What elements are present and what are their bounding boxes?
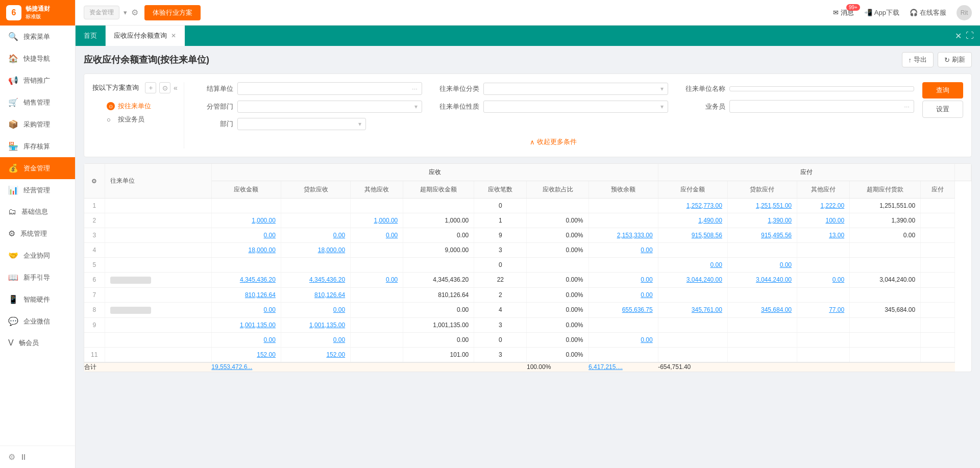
cell-ap_amount[interactable]: 1,490.00 bbox=[658, 213, 727, 228]
cell-link-ap_loan[interactable]: 3,044,240.00 bbox=[756, 276, 792, 283]
cell-ar_prepay[interactable]: 0.00 bbox=[589, 287, 658, 302]
cell-ar_amount[interactable]: 4,345,436.20 bbox=[211, 273, 281, 288]
refresh-button[interactable]: ↻ 刷新 bbox=[938, 52, 972, 67]
cell-ap_loan[interactable] bbox=[727, 243, 797, 258]
collapse-icon[interactable]: ⏸ bbox=[19, 453, 28, 462]
cell-ar_loan[interactable]: 810,126.64 bbox=[281, 287, 350, 302]
partner-nature-arrow[interactable]: ▾ bbox=[660, 103, 664, 110]
cell-ap_loan[interactable]: 1,251,551.00 bbox=[727, 199, 797, 213]
filter-add-button[interactable]: ＋ bbox=[145, 82, 156, 93]
tab-query[interactable]: 应收应付余额查询 ✕ bbox=[106, 26, 185, 46]
cell-ap_amount[interactable] bbox=[658, 347, 727, 362]
cell-link-ar_amount[interactable]: 810,126.64 bbox=[245, 291, 276, 299]
sidebar-item-quicknav[interactable]: 🏠 快捷导航 bbox=[0, 47, 75, 69]
cell-ar_other[interactable] bbox=[351, 317, 403, 332]
cell-ap_other[interactable] bbox=[797, 258, 850, 273]
cell-link-ap_loan[interactable]: 1,390.00 bbox=[768, 217, 792, 224]
setting-button[interactable]: 设置 bbox=[922, 101, 963, 118]
cell-link-ap_other[interactable]: 1,222.00 bbox=[820, 202, 844, 209]
cell-ap_amount[interactable]: 915,508.56 bbox=[658, 228, 727, 243]
cell-ap_other[interactable] bbox=[797, 332, 850, 347]
cell-ar_loan[interactable] bbox=[281, 258, 350, 273]
dept-arrow[interactable]: ▾ bbox=[358, 120, 361, 128]
partner-category-arrow[interactable]: ▾ bbox=[660, 85, 664, 92]
cell-ap_amount[interactable]: 1,252,773.00 bbox=[658, 199, 727, 213]
cell-link-ap_loan[interactable]: 1,251,551.00 bbox=[756, 202, 792, 209]
filter-collapse-toggle[interactable]: « bbox=[174, 84, 178, 92]
cell-link-ap_amount[interactable]: 915,508.56 bbox=[692, 232, 722, 239]
cell-link-ar_prepay[interactable]: 0.00 bbox=[641, 336, 652, 343]
cell-link-ap_other[interactable]: 13.00 bbox=[829, 232, 844, 239]
cell-ar_amount[interactable]: 1,000.00 bbox=[211, 213, 281, 228]
settings-icon[interactable]: ⚙ bbox=[8, 452, 15, 462]
cell-link-ar_loan[interactable]: 0.00 bbox=[333, 306, 345, 313]
salesperson-input[interactable]: ··· bbox=[729, 100, 914, 113]
cell-ap_loan[interactable] bbox=[727, 332, 797, 347]
cell-ar_prepay[interactable]: 0.00 bbox=[589, 273, 658, 288]
trial-button[interactable]: 体验行业方案 bbox=[144, 5, 201, 20]
dropdown-arrow-icon[interactable]: ▾ bbox=[124, 9, 127, 16]
partner-nature-input[interactable]: ▾ bbox=[483, 101, 668, 113]
cell-ap_other[interactable] bbox=[797, 347, 850, 362]
cell-link-ar_prepay[interactable]: 2,153,333.00 bbox=[617, 232, 653, 239]
cell-link-ar_amount[interactable]: 1,000.00 bbox=[252, 217, 276, 224]
cell-ap_amount[interactable]: 345,761.00 bbox=[658, 302, 727, 317]
cell-ar_other[interactable] bbox=[351, 258, 403, 273]
filter-option-partner[interactable]: ⊙ 按往来单位 bbox=[103, 100, 178, 113]
gear-icon[interactable]: ⚙ bbox=[131, 8, 138, 17]
cell-ar_prepay[interactable]: 655,636.75 bbox=[589, 302, 658, 317]
cell-link-ap_amount[interactable]: 345,761.00 bbox=[692, 306, 722, 313]
cell-link-ap_other[interactable]: 100.00 bbox=[825, 217, 844, 224]
cell-ap_other[interactable] bbox=[797, 287, 850, 302]
cell-link-ar_prepay[interactable]: 0.00 bbox=[641, 291, 652, 299]
dept-input[interactable]: ▾ bbox=[237, 118, 366, 130]
cell-link-ar_loan[interactable]: 18,000.00 bbox=[318, 247, 345, 254]
sidebar-item-wechat[interactable]: 💬 企业微信 bbox=[0, 310, 75, 332]
cell-ar_loan[interactable]: 0.00 bbox=[281, 332, 350, 347]
message-button[interactable]: ✉ 消息 99+ bbox=[833, 8, 854, 17]
cell-ap_amount[interactable] bbox=[658, 287, 727, 302]
cell-link-ar_amount[interactable]: 0.00 bbox=[264, 232, 276, 239]
cell-link-ar_amount[interactable]: 0.00 bbox=[264, 306, 276, 313]
cell-ar_prepay[interactable]: 2,153,333.00 bbox=[589, 228, 658, 243]
cell-ar_other[interactable]: 0.00 bbox=[351, 228, 403, 243]
cell-ap_loan[interactable] bbox=[727, 347, 797, 362]
cell-link-ap_other[interactable]: 77.00 bbox=[829, 306, 844, 313]
cell-ap_other[interactable]: 100.00 bbox=[797, 213, 850, 228]
dept-manage-input[interactable]: ▾ bbox=[237, 101, 422, 113]
cell-link-ar_prepay[interactable]: 0.00 bbox=[641, 276, 652, 283]
cell-ar_amount[interactable]: 0.00 bbox=[211, 228, 281, 243]
cell-ar_amount[interactable]: 0.00 bbox=[211, 332, 281, 347]
cell-ap_loan[interactable]: 3,044,240.00 bbox=[727, 273, 797, 288]
service-button[interactable]: 🎧 在线客服 bbox=[910, 8, 946, 17]
cell-link-ar_other[interactable]: 0.00 bbox=[386, 276, 398, 283]
settlement-unit-input[interactable]: ··· bbox=[237, 82, 422, 95]
cell-ar_loan[interactable] bbox=[281, 213, 350, 228]
partner-category-input[interactable]: ▾ bbox=[483, 83, 668, 95]
cell-ap_other[interactable]: 0.00 bbox=[797, 273, 850, 288]
cell-link-ar_prepay[interactable]: 655,636.75 bbox=[622, 306, 653, 313]
cell-ap_loan[interactable]: 915,495.56 bbox=[727, 228, 797, 243]
cell-link-ap_loan[interactable]: 915,495.56 bbox=[761, 232, 792, 239]
cell-ap_loan[interactable] bbox=[727, 287, 797, 302]
cell-ar_other[interactable] bbox=[351, 287, 403, 302]
cell-link-ar_loan[interactable]: 152.00 bbox=[326, 351, 345, 358]
cell-link-ar_other[interactable]: 0.00 bbox=[386, 232, 398, 239]
cell-link-ar_amount[interactable]: 4,345,436.20 bbox=[240, 276, 276, 283]
cell-link-ar_amount[interactable]: 0.00 bbox=[264, 336, 276, 343]
sidebar-item-hardware[interactable]: 📱 智能硬件 bbox=[0, 288, 75, 310]
cell-link-ar_loan[interactable]: 1,001,135.00 bbox=[309, 322, 345, 329]
sidebar-item-basic[interactable]: 🗂 基础信息 bbox=[0, 201, 75, 223]
cell-ap_amount[interactable] bbox=[658, 243, 727, 258]
cell-link-ar_other[interactable]: 1,000.00 bbox=[374, 217, 398, 224]
cell-ap_loan[interactable]: 0.00 bbox=[727, 258, 797, 273]
cell-ar_other[interactable]: 1,000.00 bbox=[351, 213, 403, 228]
cell-link-ap_amount[interactable]: 0.00 bbox=[710, 261, 722, 268]
cell-ar_loan[interactable]: 1,001,135.00 bbox=[281, 317, 350, 332]
cell-ap_loan[interactable]: 345,684.00 bbox=[727, 302, 797, 317]
sidebar-item-operation[interactable]: 📊 经营管理 bbox=[0, 179, 75, 201]
cell-ar_loan[interactable] bbox=[281, 199, 350, 213]
sidebar-item-member[interactable]: V 畅会员 bbox=[0, 332, 75, 354]
cell-ar_other[interactable] bbox=[351, 199, 403, 213]
cell-ar_prepay[interactable]: 0.00 bbox=[589, 332, 658, 347]
